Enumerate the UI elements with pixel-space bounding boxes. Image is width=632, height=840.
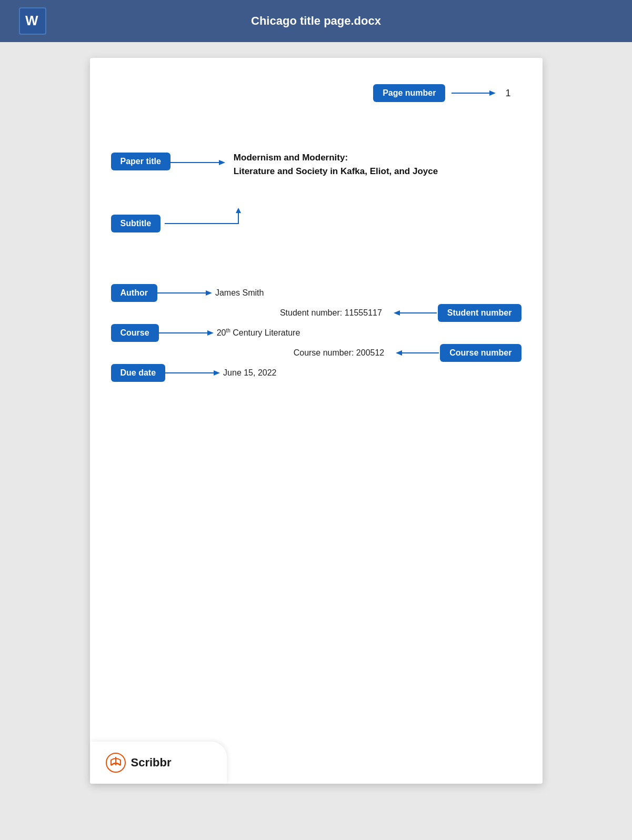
course-number-arrow: [393, 347, 440, 359]
scribbr-name: Scribbr: [131, 756, 172, 770]
page-number-annotation: Page number 1: [373, 84, 510, 102]
svg-marker-12: [207, 330, 214, 336]
course-annotation: Course 20th Century Literature: [111, 324, 300, 342]
doc-body: Page number 1 Paper title Modernism an: [122, 84, 511, 757]
page-number-value: 1: [505, 88, 510, 99]
svg-marker-3: [489, 90, 496, 96]
page-number-label: Page number: [373, 84, 445, 102]
page-number-arrow: [452, 87, 499, 99]
svg-marker-6: [236, 208, 241, 213]
svg-text:W: W: [25, 13, 38, 28]
student-number-arrow: [390, 307, 438, 319]
course-name: 20th Century Literature: [217, 328, 300, 338]
paper-title-label: Paper title: [111, 153, 170, 170]
paper-title-annotation: Paper title Modernism and Modernity: Lit…: [111, 153, 539, 177]
due-date-annotation: Due date June 15, 2022: [111, 364, 277, 382]
document-wrapper: Page number 1 Paper title Modernism an: [90, 58, 543, 784]
svg-marker-8: [206, 290, 212, 296]
paper-title-content: Modernism and Modernity: Literature and …: [234, 153, 438, 177]
scribbr-logo-icon: [106, 753, 126, 773]
svg-marker-10: [394, 310, 400, 316]
due-date-value: June 15, 2022: [223, 368, 276, 378]
student-number-value: Student number: 11555117: [280, 308, 382, 318]
word-icon: W: [19, 7, 46, 35]
header-title: Chicago title page.docx: [251, 14, 381, 28]
student-number-label: Student number: [438, 304, 521, 322]
main-area: Page number 1 Paper title Modernism an: [0, 42, 632, 840]
course-number-value: Course number: 200512: [294, 348, 385, 358]
subtitle-label: Subtitle: [111, 215, 161, 232]
author-annotation: Author James Smith: [111, 284, 264, 302]
subtitle-annotation: Subtitle: [111, 208, 260, 239]
subtitle-arrow: [165, 208, 259, 239]
author-name: James Smith: [215, 288, 264, 298]
paper-title-line1: Modernism and Modernity:: [234, 153, 438, 163]
svg-marker-14: [396, 350, 402, 356]
scribbr-footer: Scribbr: [90, 742, 227, 784]
course-number-annotation: Course number: 200512 Course number: [111, 344, 521, 362]
svg-marker-5: [219, 160, 225, 165]
paper-title-arrow: [170, 157, 228, 168]
author-label: Author: [111, 284, 157, 302]
student-number-annotation: Student number: 11555117 Student number: [111, 304, 521, 322]
paper-title-line2: Literature and Society in Kafka, Eliot, …: [234, 166, 438, 177]
author-arrow: [157, 287, 215, 299]
due-date-label: Due date: [111, 364, 166, 382]
course-label: Course: [111, 324, 159, 342]
header-bar: W Chicago title page.docx: [0, 0, 632, 42]
course-number-label: Course number: [440, 344, 521, 362]
svg-marker-16: [214, 370, 220, 376]
course-arrow: [159, 327, 217, 339]
due-date-arrow: [165, 367, 223, 379]
word-icon-letter: W: [23, 9, 42, 33]
